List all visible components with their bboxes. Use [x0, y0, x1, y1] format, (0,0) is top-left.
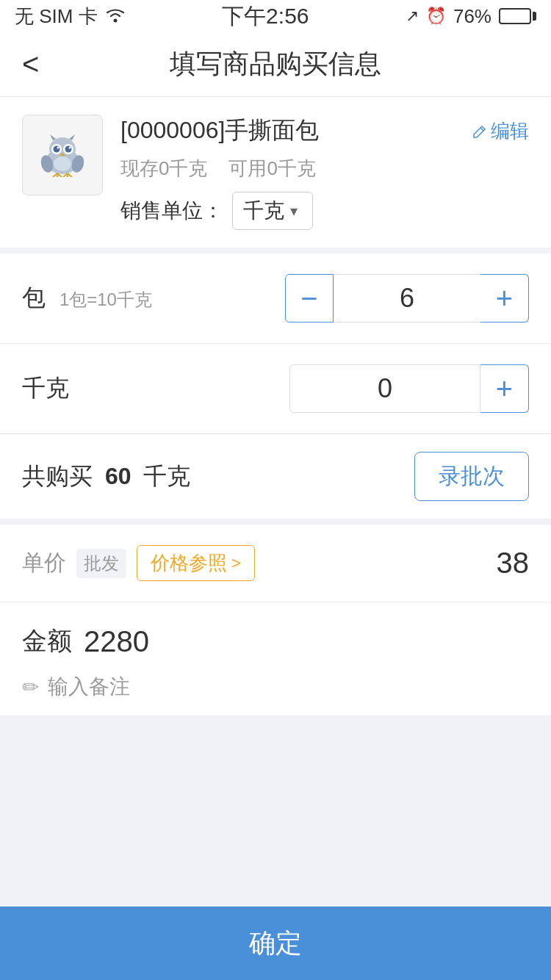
amount-value: 2280: [84, 625, 149, 658]
unit-label: 销售单位：: [120, 197, 223, 225]
price-label: 单价: [22, 548, 66, 578]
qty-label-kg: 千克: [22, 372, 289, 405]
note-icon: ✏: [22, 675, 39, 699]
svg-marker-3: [50, 134, 56, 140]
available-value: 可用0千克: [228, 157, 315, 179]
total-section: 共购买 60 千克 录批次: [0, 434, 551, 525]
status-bar: 无 SIM 卡 下午2:56 ↗ ⏰ 76%: [0, 0, 551, 32]
qty-main-bao: 包: [22, 284, 46, 311]
svg-point-7: [54, 146, 60, 153]
svg-line-21: [480, 128, 483, 131]
total-amount: 60: [105, 463, 132, 489]
unit-chevron-icon: ▾: [290, 202, 298, 220]
unit-value: 千克: [243, 197, 284, 225]
product-unit-row: 销售单位： 千克 ▾: [120, 192, 529, 230]
svg-point-10: [69, 147, 71, 149]
amount-row: 金额 2280: [22, 624, 529, 658]
amount-section: 金额 2280 ✏ 输入备注: [0, 602, 551, 721]
product-section: [0000006]手撕面包 编辑 现存0千克 可用0千克 销售单位： 千克 ▾: [0, 97, 551, 253]
svg-marker-4: [69, 134, 75, 140]
amount-label: 金额: [22, 624, 72, 658]
price-section: 单价 批发 价格参照 > 38: [0, 525, 551, 602]
confirm-button[interactable]: 确定: [0, 907, 551, 980]
quantity-section: 包 1包=10千克 − + 千克 +: [0, 253, 551, 434]
price-ref-chevron-icon: >: [231, 554, 241, 573]
qty-sub-bao: 1包=10千克: [60, 289, 152, 309]
edit-button[interactable]: 编辑: [472, 118, 529, 144]
qty-main-kg: 千克: [22, 375, 69, 401]
svg-point-9: [57, 147, 60, 149]
plus-button-kg[interactable]: +: [480, 364, 529, 413]
location-icon: ↗: [406, 7, 419, 26]
product-info: [0000006]手撕面包 编辑 现存0千克 可用0千克 销售单位： 千克 ▾: [120, 115, 529, 230]
qty-input-kg[interactable]: [289, 364, 480, 413]
total-prefix: 共购买: [22, 463, 93, 489]
product-name: [0000006]手撕面包: [120, 115, 319, 147]
total-text: 共购买 60 千克: [22, 461, 190, 493]
carrier-label: 无 SIM 卡: [15, 4, 98, 29]
quantity-row-kg: 千克 +: [0, 344, 551, 433]
svg-point-0: [113, 18, 117, 22]
batch-button[interactable]: 录批次: [414, 452, 529, 501]
edit-label: 编辑: [491, 118, 529, 144]
nav-bar: < 填写商品购买信息: [0, 32, 551, 97]
edit-icon: [472, 123, 488, 139]
price-ref-label: 价格参照: [151, 550, 227, 576]
qty-label-bao: 包 1包=10千克: [22, 282, 285, 314]
svg-point-14: [54, 156, 71, 171]
note-row[interactable]: ✏ 输入备注: [22, 673, 529, 701]
product-stock: 现存0千克 可用0千克: [120, 156, 529, 181]
quantity-row-bao: 包 1包=10千克 − +: [0, 253, 551, 344]
unit-selector[interactable]: 千克 ▾: [232, 192, 313, 230]
quantity-control-bao: − +: [285, 274, 529, 323]
quantity-control-kg: +: [289, 364, 529, 413]
alarm-icon: ⏰: [426, 7, 446, 26]
plus-button-bao[interactable]: +: [480, 274, 529, 323]
price-ref-button[interactable]: 价格参照 >: [137, 545, 255, 581]
status-time: 下午2:56: [222, 1, 309, 32]
total-unit: 千克: [143, 463, 190, 489]
status-left: 无 SIM 卡: [15, 4, 126, 29]
back-button[interactable]: <: [22, 48, 66, 81]
price-value: 38: [497, 547, 530, 580]
battery-icon: [499, 8, 536, 24]
minus-button-bao[interactable]: −: [285, 274, 334, 323]
price-tag: 批发: [76, 549, 126, 578]
product-logo: [37, 133, 88, 177]
qty-input-bao[interactable]: [334, 274, 480, 323]
stock-value: 现存0千克: [120, 157, 207, 179]
battery-percent: 76%: [453, 5, 491, 28]
page-title: 填写商品购买信息: [66, 46, 485, 82]
product-image: [22, 115, 103, 195]
wifi-icon: [105, 5, 126, 28]
status-right: ↗ ⏰ 76%: [406, 5, 536, 28]
note-placeholder: 输入备注: [48, 673, 130, 701]
svg-point-8: [65, 146, 72, 153]
